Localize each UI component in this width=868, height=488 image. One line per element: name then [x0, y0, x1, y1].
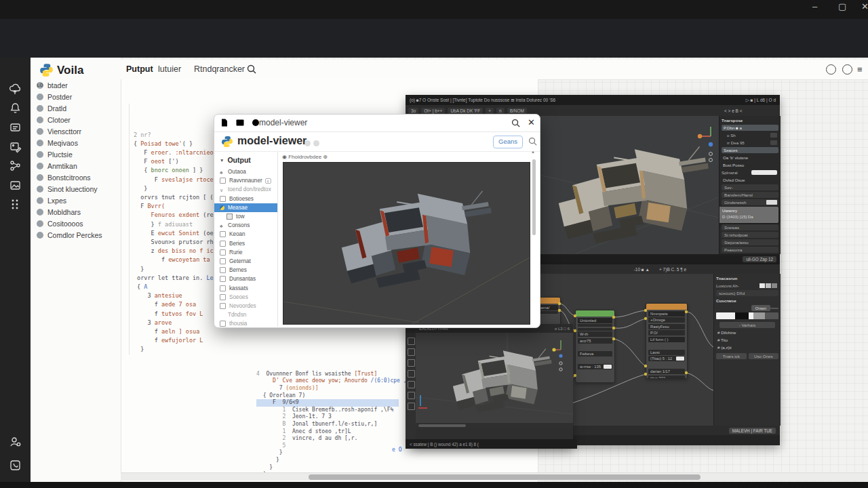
npanel-row[interactable]: # Difchirw [716, 329, 778, 336]
header-search-icon[interactable] [528, 137, 537, 146]
panel-row[interactable]: Gindsrwssh [722, 199, 778, 205]
vehicle-model[interactable] [435, 341, 555, 417]
bell-icon[interactable] [9, 102, 22, 115]
panel-row[interactable]: o Sh [722, 132, 778, 138]
sidebar-tree-item[interactable]: toend don/tredtox [214, 185, 277, 194]
navigation-gizmo[interactable] [697, 124, 717, 165]
panel-row[interactable]: Snewas [722, 224, 778, 230]
sidebar-tree-item[interactable]: Geternat [214, 257, 277, 266]
info-icon[interactable] [842, 64, 852, 75]
scrollbar-thumb[interactable] [309, 474, 701, 480]
popup-search-icon[interactable] [511, 119, 520, 127]
geans-button[interactable]: Geans [493, 136, 523, 148]
header-chip[interactable]: UbA Dk DK 'FF [448, 108, 483, 114]
node-editor-sidebar[interactable]: Tnacasrun Lustcvst Ah- scecuzc) DXd [713, 274, 781, 426]
sidebar-nav-item[interactable]: Mobldhars [31, 206, 121, 218]
sidebar-tree-item[interactable]: Tdndsn [214, 310, 277, 319]
npanel-row[interactable]: # Tito [716, 337, 778, 343]
output-section-header[interactable]: Output [220, 156, 277, 164]
window-minimize-button[interactable]: – [812, 2, 817, 12]
panel-row[interactable]: St tshodpoat [722, 232, 778, 238]
panel-row[interactable]: Uwwnry D (3403) [15] Da [719, 207, 778, 223]
sidebar-tree-item[interactable]: Soeoes [214, 293, 277, 302]
navigation-gizmo[interactable] [551, 336, 570, 373]
sidebar-nav-item[interactable]: Meqivaos [31, 137, 121, 148]
window-maximize-button[interactable]: ▢ [838, 2, 846, 12]
small-vp-hscrollbar[interactable] [416, 423, 573, 428]
popup-close-icon[interactable]: ✕ [528, 117, 535, 127]
sidebar-nav-item[interactable]: LO btader [31, 79, 121, 91]
sidebar-tree-item[interactable]: Keoan [214, 230, 277, 239]
ne-header-right[interactable]: -10 ■ ▲ [634, 267, 650, 272]
popup-titlebar[interactable]: model-viewer ✕ [214, 115, 540, 132]
page-hscrollbar[interactable] [121, 472, 868, 481]
panel-row[interactable]: Splnwral [722, 169, 778, 176]
properties-panel[interactable]: Tnarspose P.Dbn ■ a o Sh rr De [719, 116, 781, 254]
model-viewer-canvas[interactable] [283, 162, 530, 325]
sidebar-nav-item[interactable]: Cositoooos [31, 218, 121, 229]
sidebar-tree-item[interactable]: thousia [214, 319, 277, 327]
sidebar-nav-item[interactable]: Comdlor Perckes [31, 229, 121, 241]
npanel-row[interactable]: scecuzc) DXd [716, 290, 778, 296]
sidebar-tree-item[interactable]: Botioeses [214, 195, 277, 203]
sidebar-nav-item[interactable]: Pluctsie [31, 148, 121, 160]
panel-row[interactable]: Tnarspose [722, 117, 778, 123]
vehicle-model[interactable] [531, 136, 714, 248]
sidebar-tree-item[interactable]: Rurie [214, 248, 277, 257]
image-edit-icon[interactable] [9, 140, 22, 153]
phone-icon[interactable] [9, 459, 22, 472]
window-close-button[interactable]: ✕ [861, 2, 868, 12]
sidebar-nav-item[interactable]: Postder [31, 91, 121, 102]
menu-rndmrancker[interactable]: Rtndqrancker [194, 64, 245, 74]
sidebar-tree-item[interactable]: Nevoordes [214, 302, 277, 310]
npanel-row[interactable]: Cuscrwoe [716, 298, 778, 304]
sidebar-tree-item[interactable]: kassats [214, 283, 277, 292]
header-chip[interactable]: B/NOM [507, 108, 527, 114]
sidebar-nav-item[interactable]: Clotoer [31, 114, 121, 125]
panel-row[interactable]: Ovlsd Osue [722, 177, 778, 183]
panel-row[interactable]: Peasonra [722, 247, 778, 253]
account-icon[interactable] [9, 435, 22, 448]
menu-lutuier[interactable]: lutuier [158, 64, 181, 74]
sidebar-tree-item[interactable]: Bernes [214, 266, 277, 274]
sidebar-nav-item[interactable]: Lxpes [31, 195, 121, 206]
sidebar-nav-item[interactable]: Vienscttorr [31, 125, 121, 137]
header-chip[interactable]: n [496, 108, 505, 114]
code-cell-bottom[interactable]: 4 Ovunnner Bonf lis wsaisthe [Trust] D' … [256, 349, 420, 488]
scrollbar-thumb[interactable] [418, 424, 466, 427]
panel-row[interactable]: rr Dea 95 [722, 140, 778, 146]
nodes-icon[interactable] [9, 159, 22, 172]
scroll-up-icon[interactable]: ▲ [531, 150, 535, 154]
sidebar-tree-item[interactable]: Dunsantas [214, 274, 277, 283]
split-view-icon[interactable] [235, 118, 245, 127]
header-chip[interactable]: + [486, 108, 494, 114]
npanel-row[interactable]: Lustcvst Ah- [716, 283, 778, 289]
sidebar-nav-item[interactable]: Anmtikan [31, 160, 121, 171]
menu-putput[interactable]: Putput [126, 64, 153, 74]
small-vp-toolstrip[interactable] [406, 333, 416, 439]
small-vp-header-icons[interactable]: ¤ L3 □ 6 [555, 327, 570, 331]
npanel-row[interactable]: Onwn [716, 305, 778, 311]
sidebar-tree-item[interactable]: Beries [214, 239, 277, 248]
npanel-row[interactable]: - Varhats [719, 322, 775, 328]
scrollbar-thumb[interactable] [532, 159, 536, 235]
npanel-row[interactable]: # (a,z)ti [716, 344, 778, 350]
blender-menubar[interactable]: (o) ■7 O Onste Sost | [Tivnte] Tuptote D… [406, 95, 780, 105]
search-icon[interactable] [247, 64, 256, 74]
npanel-row[interactable]: Tnars ick Uso Ones [716, 353, 778, 359]
sidebar-tree-item[interactable]: Ravvnnauner c [214, 176, 277, 185]
popup-scrollbar[interactable] [532, 155, 536, 323]
npanel-header-icons[interactable]: + 7)B C. 5 ¶ e [659, 267, 686, 272]
panel-row[interactable]: P.Dbn ■ a [722, 125, 778, 131]
npanel-row[interactable] [716, 312, 778, 319]
header-chip[interactable]: Ot+ | b++ [421, 108, 445, 114]
picture-icon[interactable] [9, 179, 22, 192]
grid-dots-icon[interactable] [9, 198, 22, 211]
notes-icon[interactable] [9, 121, 22, 134]
panel-row[interactable]: Stejona/assu [722, 239, 778, 245]
sidebar-tree-item[interactable]: Measae [214, 203, 277, 212]
sidebar-nav-item[interactable]: Bonstcitroons [31, 171, 121, 183]
hamburger-menu-icon[interactable]: ≡ [857, 64, 863, 75]
panel-row[interactable]: Seaces [722, 147, 778, 153]
small-3d-viewport[interactable] [416, 333, 573, 423]
